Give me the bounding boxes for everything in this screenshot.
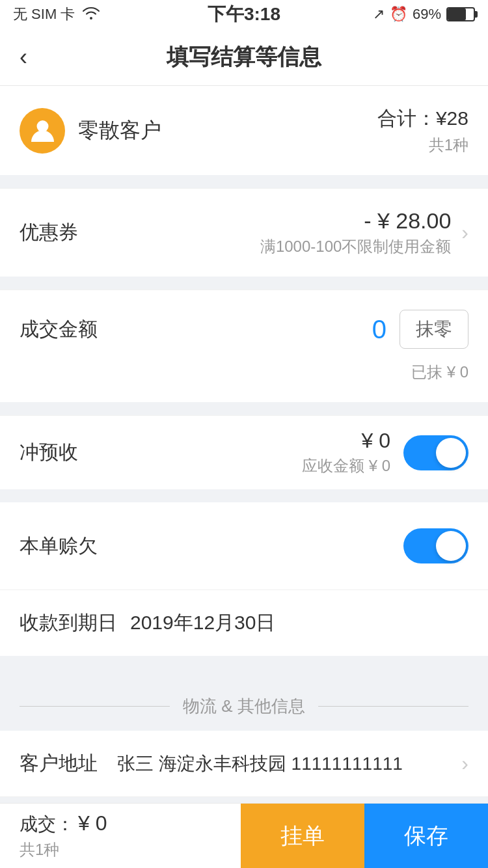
logistics-divider-left (20, 706, 170, 707)
bottom-count: 共1种 (20, 839, 221, 860)
hang-order-button[interactable]: 挂单 (241, 804, 364, 868)
address-label: 客户地址 (20, 750, 98, 777)
save-button[interactable]: 保存 (364, 804, 488, 868)
deal-amount-value: 0 (372, 315, 386, 344)
due-date-value: 2019年12月30日 (130, 610, 275, 636)
bottom-bar: 成交： ¥ 0 共1种 挂单 保存 (0, 803, 488, 868)
deal-amount-right: 0 抹零 (372, 310, 468, 349)
prepaid-label: 冲预收 (20, 439, 78, 466)
status-right: ↗ ⏰ 69% (373, 6, 475, 23)
customer-total: 合计：¥28 共1种 (377, 105, 468, 156)
avatar (20, 108, 65, 154)
address-value: 张三 海淀永丰科技园 11111111111 (117, 752, 455, 776)
back-button[interactable]: ‹ (13, 37, 34, 77)
status-left: 无 SIM 卡 (13, 5, 101, 24)
deal-amount-row: 成交金额 0 抹零 (0, 290, 488, 362)
round-zero-button[interactable]: 抹零 (400, 310, 468, 349)
bottom-deal-row: 成交： ¥ 0 (20, 811, 221, 837)
customer-name: 零散客户 (78, 116, 161, 145)
coupon-label: 优惠券 (20, 219, 78, 246)
chevron-right-icon: › (461, 221, 468, 245)
svg-point-0 (36, 120, 48, 132)
debt-row: 本单赊欠 (0, 502, 488, 590)
battery-icon (446, 7, 475, 21)
prepaid-value: ¥ 0 (302, 429, 390, 453)
address-chevron-icon: › (461, 752, 468, 776)
address-section[interactable]: 客户地址 张三 海淀永丰科技园 11111111111 › (0, 731, 488, 797)
total-count: 共1种 (377, 135, 468, 156)
total-amount: 合计：¥28 (377, 105, 468, 132)
prepaid-sub: 应收金额 ¥ 0 (302, 455, 390, 476)
logistics-divider-right (318, 706, 468, 707)
deal-section: 成交金额 0 抹零 已抹 ¥ 0 (0, 290, 488, 402)
logistics-header-inner: 物流 & 其他信息 (20, 695, 468, 718)
prepaid-right: ¥ 0 应收金额 ¥ 0 (302, 429, 468, 476)
prepaid-section: 冲预收 ¥ 0 应收金额 ¥ 0 (0, 415, 488, 489)
debt-label: 本单赊欠 (20, 533, 98, 560)
bottom-deal-value: ¥ 0 (78, 811, 107, 835)
deal-amount-label: 成交金额 (20, 316, 98, 343)
location-icon: ↗ (373, 6, 385, 23)
logistics-header: 物流 & 其他信息 (0, 682, 488, 731)
bottom-info: 成交： ¥ 0 共1种 (0, 804, 241, 868)
status-bar: 无 SIM 卡 下午3:18 ↗ ⏰ 69% (0, 0, 488, 29)
nav-bar: ‹ 填写结算等信息 (0, 29, 488, 86)
alarm-icon: ⏰ (390, 6, 407, 23)
coupon-right: - ¥ 28.00 满1000-100不限制使用金额 › (260, 208, 468, 257)
coupon-amount: - ¥ 28.00 (260, 208, 451, 234)
page-title: 填写结算等信息 (167, 42, 321, 72)
customer-section: 零散客户 合计：¥28 共1种 (0, 86, 488, 175)
logistics-label: 物流 & 其他信息 (183, 695, 305, 718)
battery-percent: 69% (413, 6, 441, 23)
address-row[interactable]: 客户地址 张三 海淀永丰科技园 11111111111 › (0, 731, 488, 797)
section-divider (0, 669, 488, 682)
coupon-amount-block: - ¥ 28.00 满1000-100不限制使用金额 (260, 208, 451, 257)
debt-section: 本单赊欠 收款到期日 2019年12月30日 (0, 502, 488, 656)
bottom-deal-label: 成交： (20, 812, 74, 837)
prepaid-row: 冲预收 ¥ 0 应收金额 ¥ 0 (0, 415, 488, 489)
coupon-row[interactable]: 优惠券 - ¥ 28.00 满1000-100不限制使用金额 › (0, 188, 488, 277)
customer-row: 零散客户 合计：¥28 共1种 (0, 86, 488, 175)
due-date-label: 收款到期日 (20, 610, 117, 636)
due-date-row: 收款到期日 2019年12月30日 (0, 590, 488, 656)
coupon-desc: 满1000-100不限制使用金额 (260, 236, 451, 257)
prepaid-toggle[interactable] (403, 435, 468, 470)
status-time: 下午3:18 (208, 2, 280, 27)
coupon-section[interactable]: 优惠券 - ¥ 28.00 满1000-100不限制使用金额 › (0, 188, 488, 277)
deal-sub-label: 已抹 ¥ 0 (0, 362, 488, 402)
prepaid-amounts: ¥ 0 应收金额 ¥ 0 (302, 429, 390, 476)
debt-toggle[interactable] (403, 528, 468, 563)
customer-info: 零散客户 (20, 108, 161, 154)
wifi-icon (81, 5, 101, 23)
sim-label: 无 SIM 卡 (13, 5, 75, 24)
